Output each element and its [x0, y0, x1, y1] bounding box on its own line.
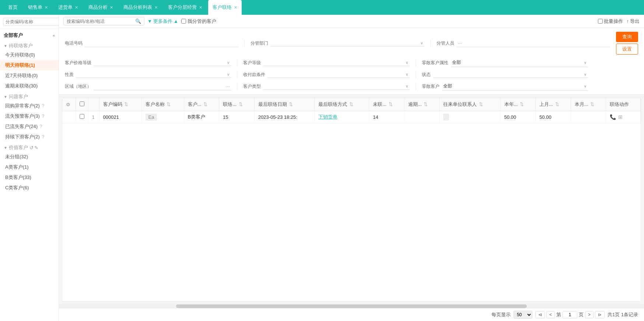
page-size-select[interactable]: 50 100 200: [514, 311, 532, 319]
help-icon[interactable]: ?: [42, 113, 44, 119]
filter-row-2: 客户价格等级 ∨ 客户等级 ∨ 零散客户属性: [65, 58, 638, 67]
group-problem-customers[interactable]: ▼ 问题客户: [0, 91, 59, 101]
sort-icon[interactable]: ⇅: [520, 101, 524, 107]
sort-icon[interactable]: ⇅: [555, 101, 559, 107]
sidebar-item-today-contact[interactable]: 今天待联络(0): [0, 50, 59, 60]
col-action: 联络动作: [606, 98, 641, 111]
help-icon[interactable]: ?: [42, 134, 44, 139]
nav-product-list[interactable]: 商品分析列表 ✕: [119, 0, 162, 15]
select-all-checkbox[interactable]: [80, 101, 84, 106]
nav-home[interactable]: 首页: [4, 0, 22, 15]
sort-icon[interactable]: ⇅: [424, 101, 428, 107]
last-page-btn[interactable]: ⊳: [595, 311, 605, 318]
row-name-cell: Ea: [141, 111, 184, 123]
sort-icon[interactable]: ⇅: [389, 101, 393, 107]
filter-type-select[interactable]: ∨: [263, 83, 409, 90]
batch-checkbox[interactable]: [598, 19, 603, 24]
first-page-btn[interactable]: ⊲: [535, 311, 545, 318]
close-icon[interactable]: ✕: [234, 5, 237, 10]
batch-op-btn[interactable]: 批量操作: [598, 18, 623, 25]
collapse-icon[interactable]: «: [53, 33, 55, 38]
content-area: 🔍 ▼ 更多条件 ▲ 我分管的客户 批量操作 ↑ 导出: [59, 15, 644, 321]
phone-icon[interactable]: 📞: [610, 114, 616, 120]
sidebar-item-churned[interactable]: 已流失客户(24) ?: [0, 121, 59, 132]
sort-icon[interactable]: ⇅: [289, 101, 293, 107]
chevron-down-icon: ∨: [406, 61, 408, 65]
search-icon[interactable]: 🔍: [135, 18, 141, 24]
my-customers-checkbox[interactable]: 我分管的客户: [181, 18, 216, 25]
page-input[interactable]: [563, 311, 577, 318]
next-page-btn[interactable]: >: [585, 311, 594, 318]
filter-retail-select[interactable]: 全部 ∨: [451, 58, 588, 67]
filter-status-select[interactable]: ∨: [433, 71, 588, 78]
export-btn[interactable]: ↑ 导出: [627, 18, 640, 25]
sidebar-item-repurchase-abnormal[interactable]: 回购异常客户(2) ?: [0, 101, 59, 111]
table-row: 1 000021 Ea B类客户 15 2023-05-23 18:25: 下销…: [62, 111, 641, 123]
group-value-customers[interactable]: ▼ 价值客户 ↺ ✎: [0, 142, 59, 152]
filter-region-dots[interactable]: ···: [94, 82, 231, 90]
setting-button[interactable]: 设置: [616, 44, 638, 55]
last-method-link[interactable]: 下销货单: [318, 114, 337, 120]
horizontal-scrollbar[interactable]: [59, 304, 644, 308]
sort-icon[interactable]: ⇅: [124, 101, 128, 107]
query-button[interactable]: 查询: [616, 32, 638, 42]
filter-phone-input[interactable]: [85, 39, 238, 47]
filter-retail-cust-select[interactable]: 全部 ∨: [442, 82, 588, 91]
help-icon[interactable]: ?: [42, 103, 44, 108]
grid-icon[interactable]: ⊞: [618, 114, 623, 120]
sort-icon[interactable]: ⇅: [167, 101, 171, 107]
row-checkbox[interactable]: [80, 114, 84, 119]
sort-icon[interactable]: ⇅: [479, 101, 483, 107]
prev-page-btn[interactable]: <: [546, 311, 555, 318]
filter-payment-select[interactable]: ∨: [267, 71, 409, 78]
sidebar-item-class-c[interactable]: C类客户(6): [0, 183, 59, 193]
sort-icon[interactable]: ⇅: [239, 101, 243, 107]
more-conditions-btn[interactable]: ▼ 更多条件 ▲: [147, 18, 178, 25]
col-last-month: 上月... ⇅: [536, 98, 571, 111]
scrollbar-thumb[interactable]: [176, 304, 527, 308]
nav-product-analysis[interactable]: 商品分析 ✕: [84, 0, 118, 15]
sort-icon[interactable]: ⇅: [349, 101, 353, 107]
sidebar-item-declining[interactable]: 持续下滑客户(2) ?: [0, 132, 59, 142]
sidebar-item-ungrouped[interactable]: 未分组(32): [0, 152, 59, 162]
sidebar-item-overdue-contact[interactable]: 逾期未联络(30): [0, 81, 59, 91]
row-checkbox-cell: [76, 111, 88, 123]
nav-customer-tier[interactable]: 客户分层经营 ✕: [164, 0, 207, 15]
refresh-icon[interactable]: ↺: [29, 145, 34, 151]
row-action-cell: 📞 ⊞: [606, 111, 641, 123]
nav-purchase[interactable]: 进货单 ✕: [54, 0, 83, 15]
nav-sales[interactable]: 销售单 ✕: [24, 0, 52, 15]
close-icon[interactable]: ✕: [75, 5, 78, 10]
close-icon[interactable]: ✕: [45, 5, 48, 10]
sort-icon[interactable]: ⇅: [203, 101, 207, 107]
group-pending-contact[interactable]: ▼ 待联络客户: [0, 40, 59, 50]
sidebar-item-class-a[interactable]: A类客户(1): [0, 162, 59, 172]
row-gear-cell: [62, 111, 76, 123]
sidebar-item-churn-warning[interactable]: 流失预警客户(3) ?: [0, 111, 59, 121]
edit-icon[interactable]: ✎: [34, 145, 38, 151]
filter-level-select[interactable]: ∨: [263, 59, 409, 66]
nav-customer-contact[interactable]: 客户联络 ✕: [208, 0, 242, 15]
page-label: 第: [556, 311, 561, 318]
sidebar-item-week-contact[interactable]: 近7天待联络(0): [0, 70, 59, 81]
filter-manager-dots[interactable]: ···: [456, 39, 610, 47]
sidebar-item-class-b[interactable]: B类客户(33): [0, 172, 59, 183]
search-input[interactable]: [67, 19, 135, 24]
sidebar-search-input[interactable]: [3, 18, 59, 26]
close-icon[interactable]: ✕: [199, 5, 202, 10]
filter-dept-select[interactable]: ∨: [270, 40, 424, 46]
help-icon[interactable]: ?: [39, 124, 42, 129]
filter-nature-select[interactable]: ∨: [76, 71, 231, 78]
close-icon[interactable]: ✕: [110, 5, 113, 10]
filter-price-select[interactable]: ∨: [94, 59, 231, 66]
sort-icon[interactable]: ⇅: [590, 101, 594, 107]
row-last-month-cell: 50.00: [536, 111, 571, 123]
col-last-method: 最后联络方式 ⇅: [314, 98, 369, 111]
my-customers-check[interactable]: [181, 19, 186, 24]
settings-icon[interactable]: ⚙: [66, 102, 70, 107]
sidebar-item-tomorrow-contact[interactable]: 明天待联络(1): [0, 60, 59, 70]
page-size-label: 每页显示: [491, 311, 511, 318]
row-last-method-cell: 下销货单: [314, 111, 369, 123]
filter-type-label: 客户类型: [243, 83, 261, 90]
close-icon[interactable]: ✕: [154, 5, 158, 10]
